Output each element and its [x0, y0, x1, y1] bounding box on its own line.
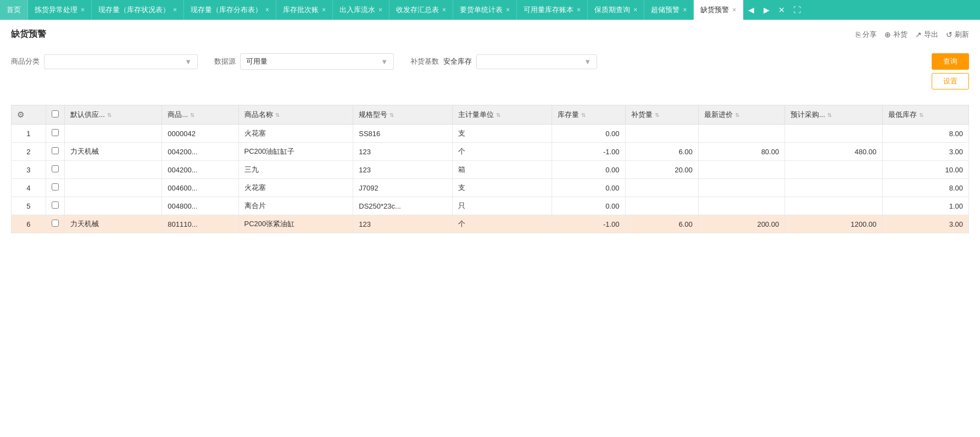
table-row: 1 0000042 火花塞 SS816 支 0.00 8.00 [12, 125, 969, 143]
row-checkbox-cell[interactable] [46, 179, 64, 197]
row-supplier: 力天机械 [64, 215, 162, 233]
tab-close-batch-account[interactable]: × [322, 6, 326, 14]
tab-close-abnormal[interactable]: × [81, 6, 85, 14]
row-checkbox-cell[interactable] [46, 215, 64, 233]
tab-close-inout-flow[interactable]: × [378, 6, 382, 14]
header-actions: ⎘ 分享 ⊕ 补货 ↗ 导出 ↺ 刷新 [856, 30, 969, 40]
datasource-select[interactable]: 可用量 ▼ [240, 53, 394, 70]
tab-close-overstock[interactable]: × [683, 6, 687, 14]
th-product-code[interactable]: 商品... ⇅ [162, 105, 238, 125]
row-checkbox[interactable] [52, 129, 59, 136]
th-min-stock[interactable]: 最低库存 ⇅ [882, 105, 968, 125]
row-index: 4 [12, 179, 46, 197]
row-unit: 个 [452, 215, 552, 233]
main-content: 缺货预警 ⎘ 分享 ⊕ 补货 ↗ 导出 ↺ 刷新 商品分类 [0, 20, 980, 437]
export-button[interactable]: ↗ 导出 [915, 30, 938, 40]
sort-icon-estimated: ⇅ [827, 112, 832, 118]
th-latest-price[interactable]: 最新进价 ⇅ [698, 105, 784, 125]
tab-prev-btn[interactable]: ◀ [743, 0, 759, 20]
tab-close-demand-stats[interactable]: × [506, 6, 510, 14]
tab-close-inventory-dist[interactable]: × [265, 6, 269, 14]
row-latest-price: 200.00 [698, 215, 784, 233]
row-checkbox-cell[interactable] [46, 143, 64, 161]
th-estimated-purchase[interactable]: 预计采购... ⇅ [785, 105, 882, 125]
row-stock: 0.00 [552, 125, 625, 143]
row-min-stock: 3.00 [882, 143, 968, 161]
row-product-name: 火花塞 [238, 125, 353, 143]
refresh-icon: ↺ [946, 30, 953, 39]
query-button[interactable]: 查询 [932, 53, 969, 70]
page-header: 缺货预警 ⎘ 分享 ⊕ 补货 ↗ 导出 ↺ 刷新 [11, 29, 969, 40]
row-latest-price [698, 197, 784, 215]
row-checkbox[interactable] [52, 201, 59, 209]
row-index: 3 [12, 161, 46, 179]
row-min-stock: 8.00 [882, 125, 968, 143]
th-replenish-qty[interactable]: 补货量 ⇅ [625, 105, 698, 125]
sort-icon-stock: ⇅ [581, 112, 586, 118]
th-unit[interactable]: 主计量单位 ⇅ [452, 105, 552, 125]
row-checkbox-cell[interactable] [46, 197, 64, 215]
row-supplier [64, 197, 162, 215]
tab-demand-stats[interactable]: 要货单统计表 × [453, 0, 517, 20]
category-select[interactable]: ▼ [44, 54, 198, 69]
tab-receive-summary[interactable]: 收发存汇总表 × [389, 0, 453, 20]
th-settings[interactable]: ⚙ [12, 105, 46, 125]
row-checkbox[interactable] [52, 147, 59, 154]
replenish-base-label: 补货基数 [410, 57, 439, 66]
row-checkbox[interactable] [52, 220, 59, 227]
row-stock: -1.00 [552, 143, 625, 161]
tab-home[interactable]: 首页 [0, 0, 28, 20]
row-product-code: 004600... [162, 179, 238, 197]
th-stock[interactable]: 库存量 ⇅ [552, 105, 625, 125]
row-product-name: PC200油缸缸子 [238, 143, 353, 161]
sort-icon-code: ⇅ [190, 112, 194, 118]
tab-batch-account[interactable]: 库存批次账 × [276, 0, 333, 20]
tab-shortage[interactable]: 缺货预警 × [694, 0, 743, 20]
row-stock: 0.00 [552, 197, 625, 215]
th-default-supplier[interactable]: 默认供应... ⇅ [64, 105, 162, 125]
refresh-button[interactable]: ↺ 刷新 [946, 30, 969, 40]
tab-abnormal[interactable]: 拣货异常处理 × [28, 0, 92, 20]
share-button[interactable]: ⎘ 分享 [856, 30, 877, 40]
row-latest-price [698, 161, 784, 179]
tab-available-ledger[interactable]: 可用量库存账本 × [517, 0, 588, 20]
row-replenish-qty [625, 179, 698, 197]
datasource-value: 可用量 [246, 57, 268, 66]
replenish-button[interactable]: ⊕ 补货 [884, 30, 907, 40]
row-index: 1 [12, 125, 46, 143]
th-spec[interactable]: 规格型号 ⇅ [353, 105, 453, 125]
sort-icon-price: ⇅ [735, 112, 739, 118]
row-index: 5 [12, 197, 46, 215]
row-checkbox-cell[interactable] [46, 125, 64, 143]
tab-inout-flow[interactable]: 出入库流水 × [333, 0, 389, 20]
tab-close-shortage[interactable]: × [732, 6, 736, 14]
row-index: 6 [12, 215, 46, 233]
tab-next-btn[interactable]: ▶ [759, 0, 774, 20]
th-checkbox[interactable] [46, 105, 64, 125]
gear-icon[interactable]: ⚙ [17, 110, 24, 119]
row-supplier [64, 161, 162, 179]
replenish-base-select[interactable]: ▼ [476, 54, 597, 69]
sort-icon-replenish: ⇅ [655, 112, 659, 118]
tab-close-receive-summary[interactable]: × [442, 6, 446, 14]
tab-close-inventory-status[interactable]: × [173, 6, 177, 14]
tab-overstock[interactable]: 超储预警 × [644, 0, 694, 20]
tab-close-all-btn[interactable]: ✕ [774, 0, 789, 20]
row-checkbox-cell[interactable] [46, 161, 64, 179]
tab-maximize-btn[interactable]: ⛶ [789, 0, 805, 20]
settings-button[interactable]: 设置 [932, 73, 969, 89]
category-filter: 商品分类 ▼ [11, 54, 198, 69]
row-product-name: 离合片 [238, 197, 353, 215]
tab-inventory-status[interactable]: 现存量（库存状况表） × [92, 0, 184, 20]
row-checkbox[interactable] [52, 183, 59, 191]
tab-close-available-ledger[interactable]: × [577, 6, 581, 14]
tab-close-expiry-query[interactable]: × [633, 6, 637, 14]
row-checkbox[interactable] [52, 165, 59, 172]
data-table: ⚙ 默认供应... ⇅ 商品... ⇅ [11, 105, 969, 233]
th-product-name[interactable]: 商品名称 ⇅ [238, 105, 353, 125]
select-all-checkbox[interactable] [52, 110, 59, 117]
tab-expiry-query[interactable]: 保质期查询 × [588, 0, 644, 20]
sort-icon-spec: ⇅ [389, 112, 394, 118]
tab-inventory-dist[interactable]: 现存量（库存分布表） × [184, 0, 276, 20]
row-unit: 个 [452, 143, 552, 161]
